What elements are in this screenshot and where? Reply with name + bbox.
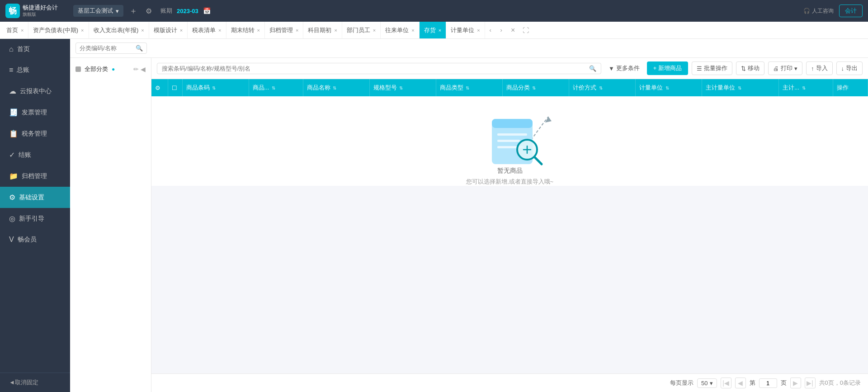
vip-icon: V [9, 236, 14, 244]
move-button[interactable]: ⇅ 移动 [736, 61, 764, 75]
page-size-select[interactable]: 50 ▾ [697, 378, 717, 388]
batch-button[interactable]: ☰ 批量操作 [692, 61, 732, 75]
table-header-row: ⚙ ☐ 商品条码 ⇅ 商品... ⇅ [151, 79, 868, 96]
sidebar-bottom: ◄取消固定 [0, 373, 70, 392]
page-last-button[interactable]: ▶| [805, 378, 816, 388]
export-button[interactable]: ↓ 导出 [836, 61, 863, 75]
tab-nav-left[interactable]: ‹ [485, 25, 496, 36]
toolbar-row-1: 🔍 [70, 39, 868, 58]
add-company-button[interactable]: ＋ [128, 5, 139, 16]
period-label: 账期 [160, 7, 172, 15]
tab-close-icon[interactable]: × [373, 28, 376, 33]
th-action: 操作 [833, 79, 868, 96]
tab-label: 存货 [424, 26, 436, 34]
tab-contacts[interactable]: 往来单位 × [381, 22, 419, 39]
tab-income[interactable]: 收入支出表(年报) × [89, 22, 149, 39]
tab-label: 首页 [6, 26, 18, 34]
page-size-value: 50 [701, 380, 708, 387]
tab-period-end[interactable]: 期末结转 × [226, 22, 265, 39]
tab-expand[interactable]: ⛶ [519, 24, 532, 37]
sidebar-item-closing[interactable]: ✓ 结账 [0, 144, 70, 165]
sidebar-item-ledger[interactable]: ≡ 总账 [0, 60, 70, 80]
tab-archive[interactable]: 归档管理 × [265, 22, 303, 39]
tab-dept[interactable]: 部门员工 × [342, 22, 381, 39]
calendar-icon[interactable]: 📅 [203, 7, 211, 14]
category-search-input[interactable] [80, 45, 134, 52]
left-panel: 全部分类 ● ✏ ◀ [70, 58, 151, 392]
tab-close-icon[interactable]: × [411, 28, 414, 33]
tab-nav-right[interactable]: › [496, 25, 507, 36]
tab-inventory[interactable]: 存货 × [420, 22, 446, 39]
collapse-icon[interactable]: ◀ [141, 66, 146, 73]
unpin-button[interactable]: ◄取消固定 [0, 373, 70, 392]
page-next-button[interactable]: ▶ [790, 378, 801, 388]
sidebar-item-label: 畅会员 [18, 236, 37, 244]
filter-button[interactable]: ▼ 更多条件 [605, 62, 643, 74]
batch-icon: ☰ [697, 65, 702, 72]
page-first-button[interactable]: |◀ [721, 378, 731, 388]
search-icon[interactable]: 🔍 [136, 45, 143, 52]
tab-template[interactable]: 模版设计 × [149, 22, 188, 39]
tab-close-icon[interactable]: × [334, 28, 337, 33]
sidebar-item-guide[interactable]: ◎ 新手引导 [0, 208, 70, 229]
toolbar-row-2: 🔍 ▼ 更多条件 + 新增商品 ☰ 批量操作 ⇅ 移动 [151, 58, 868, 79]
page-number-input[interactable] [759, 378, 777, 388]
tab-close-icon[interactable]: × [81, 28, 84, 33]
print-icon: 🖨 [773, 65, 779, 72]
tab-close-all[interactable]: × [507, 24, 519, 37]
product-search-input[interactable] [162, 65, 587, 72]
th-label: 规格型号 [373, 84, 397, 91]
sort-icon: ⇅ [532, 85, 536, 90]
account-button[interactable]: 会计 [839, 5, 863, 17]
tab-balance[interactable]: 资产负债表(中期) × [28, 22, 89, 39]
logo-area: 畅 畅捷通好会计 旗舰版 [5, 4, 69, 18]
import-icon: ↑ [811, 65, 814, 72]
tab-close-icon[interactable]: × [141, 28, 144, 33]
tab-label: 科目期初 [308, 26, 331, 34]
tab-close-icon[interactable]: × [439, 28, 441, 33]
th-label: 操作 [837, 84, 849, 91]
th-checkbox[interactable]: ☐ [168, 79, 182, 96]
sidebar-item-archive[interactable]: 📁 归档管理 [0, 165, 70, 187]
sidebar-item-homepage[interactable]: ⌂ 首页 [0, 39, 70, 60]
svg-line-7 [534, 157, 542, 164]
th-unit: 计量单位 ⇅ [635, 79, 702, 96]
import-button[interactable]: ↑ 导入 [806, 61, 833, 75]
sidebar-item-member[interactable]: V 畅会员 [0, 229, 70, 250]
th-category: 商品分类 ⇅ [502, 79, 569, 96]
tab-close-icon[interactable]: × [477, 28, 480, 33]
sidebar-item-settings[interactable]: ⚙ 基础设置 [0, 187, 70, 208]
sidebar-item-invoice[interactable]: 🧾 发票管理 [0, 102, 70, 123]
tab-unit[interactable]: 计量单位 × [446, 22, 485, 39]
th-settings[interactable]: ⚙ [151, 79, 168, 96]
ai-service-button[interactable]: 🎧 人工咨询 [803, 7, 834, 15]
product-search-icon[interactable]: 🔍 [589, 65, 596, 72]
company-selector[interactable]: 基层工会测试 ▾ [73, 5, 123, 17]
tab-close-icon[interactable]: × [296, 28, 298, 33]
page-prev-button[interactable]: ◀ [735, 378, 746, 388]
category-header[interactable]: 全部分类 ● ✏ ◀ [70, 62, 151, 76]
add-product-button[interactable]: + 新增商品 [647, 61, 688, 75]
print-button[interactable]: 🖨 打印 ▾ [768, 61, 802, 75]
tab-close-icon[interactable]: × [21, 28, 24, 33]
footer-pagination: 每页显示 50 ▾ |◀ ◀ 第 页 ▶ ▶| 共0页，0条记录 [151, 373, 868, 392]
settings-button[interactable]: ⚙ [143, 5, 154, 16]
check-icon: ✓ [9, 151, 15, 159]
tab-close-icon[interactable]: × [257, 28, 260, 33]
tab-close-icon[interactable]: × [180, 28, 183, 33]
sort-icon: ⇅ [212, 85, 216, 90]
tab-close-icon[interactable]: × [218, 28, 221, 33]
cat-edit-icon[interactable]: ✏ [133, 66, 139, 73]
sort-icon: ⇅ [272, 85, 275, 90]
cloud-icon: ☁ [9, 87, 16, 95]
table-scroll-container[interactable]: ⚙ ☐ 商品条码 ⇅ 商品... ⇅ [151, 79, 868, 373]
sort-icon: ⇅ [399, 85, 403, 90]
sidebar-item-reports[interactable]: ☁ 云报表中心 [0, 80, 70, 102]
cat-actions: ✏ ◀ [133, 66, 146, 73]
tab-taxlist[interactable]: 税表清单 × [188, 22, 226, 39]
sidebar-item-label: 总账 [17, 66, 29, 74]
tab-subject[interactable]: 科目期初 × [303, 22, 342, 39]
sidebar-item-tax[interactable]: 📋 税务管理 [0, 123, 70, 144]
tab-label: 收入支出表(年报) [94, 26, 139, 34]
tab-homepage[interactable]: 首页 × [2, 22, 28, 39]
